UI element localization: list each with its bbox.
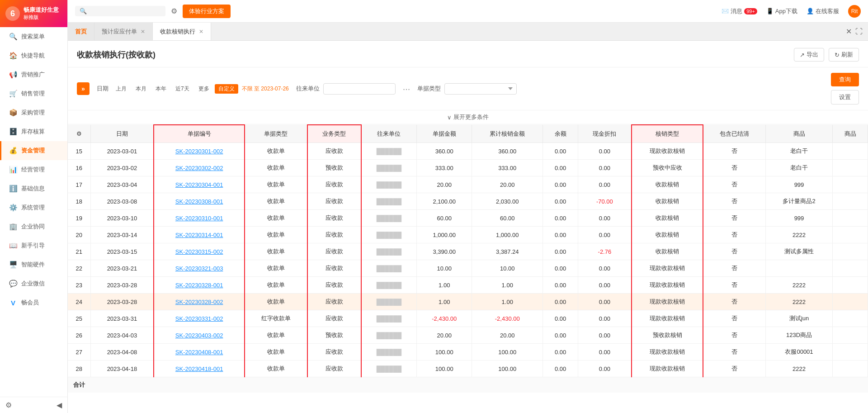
hardware-icon: 🖥️: [9, 261, 18, 269]
col-header-product2[interactable]: 商品: [833, 125, 868, 143]
col-header-doc-no[interactable]: 单据编号: [154, 125, 245, 143]
filter-settings-button[interactable]: 设置: [831, 90, 859, 104]
service-label: 在线客服: [816, 7, 839, 15]
filter-expand-button[interactable]: »: [77, 82, 90, 95]
service-icon: 👤: [807, 8, 814, 14]
sidebar-item-wechat[interactable]: 💬 企业微信: [0, 274, 67, 293]
message-icon: ✉️: [722, 8, 729, 14]
sidebar-item-inventory[interactable]: 🗄️ 库存核算: [0, 122, 67, 141]
sidebar-item-member[interactable]: V 畅会员: [0, 293, 67, 312]
sidebar-label-system: 系统管理: [21, 204, 45, 212]
table-row[interactable]: 262023-04-03SK-20230403-002收款单预收款██████2…: [68, 327, 868, 344]
sidebar-item-quick-nav[interactable]: 🏠 快捷导航: [0, 46, 67, 65]
table-row[interactable]: 192023-03-10SK-20230310-001收款单应收款██████6…: [68, 210, 868, 227]
export-button[interactable]: ↗ 导出: [794, 48, 824, 62]
topbar-search-box[interactable]: 🔍: [75, 6, 165, 16]
tab-receipt-close[interactable]: ✕: [199, 28, 203, 35]
tab-receipt-write-off[interactable]: 收款核销执行 ✕: [153, 23, 211, 40]
query-button[interactable]: 查询: [831, 73, 859, 86]
col-header-write-off-amount[interactable]: 累计核销金额: [472, 125, 543, 143]
date-this-year[interactable]: 本年: [152, 84, 170, 94]
tab-close-all-icon[interactable]: ✕: [846, 27, 852, 36]
table-row[interactable]: 252023-03-31SK-20230331-002红字收款单应收款█████…: [68, 310, 868, 327]
solution-button[interactable]: 体验行业方案: [183, 5, 231, 18]
date-7days[interactable]: 近7天: [172, 84, 193, 94]
message-badge: 99+: [744, 8, 757, 14]
sidebar-label-finance: 资金管理: [21, 147, 45, 155]
table-row[interactable]: 172023-03-04SK-20230304-001收款单应收款██████2…: [68, 176, 868, 193]
expand-more-button[interactable]: ∨ 展开更多条件: [447, 113, 489, 121]
col-header-balance[interactable]: 余额: [543, 125, 578, 143]
sidebar-collapse-icon[interactable]: ◀: [57, 401, 62, 409]
finance-icon: 💰: [9, 147, 18, 155]
sidebar-footer: ⚙ ◀: [0, 397, 67, 413]
sidebar-item-guide[interactable]: 📖 新手引导: [0, 236, 67, 255]
col-header-biz-type[interactable]: 业务类型: [307, 125, 361, 143]
table-row[interactable]: 242023-03-28SK-20230328-002收款单应收款██████1…: [68, 294, 868, 310]
col-header-amount[interactable]: 单据金额: [417, 125, 472, 143]
sidebar-label-wechat: 企业微信: [21, 280, 45, 288]
sidebar-item-search-menu[interactable]: 🔍 搜索菜单: [0, 27, 67, 46]
tab-payable[interactable]: 预计应应付单 ✕: [94, 23, 153, 40]
col-header-incl-settled[interactable]: 包含已结清: [703, 125, 765, 143]
partner-filter-input[interactable]: [323, 83, 396, 95]
col-header-doc-type[interactable]: 单据类型: [245, 125, 307, 143]
app-download-button[interactable]: 📱 App下载: [766, 7, 797, 15]
sidebar-item-operations[interactable]: 📊 经营管理: [0, 160, 67, 179]
service-button[interactable]: 👤 在线客服: [807, 7, 839, 15]
table-row[interactable]: 162023-03-02SK-20230302-002收款单预收款██████3…: [68, 160, 868, 176]
tabs-bar: 首页 预计应应付单 ✕ 收款核销执行 ✕ ✕ ⛶: [68, 23, 868, 41]
doctype-filter-select[interactable]: [444, 83, 517, 95]
sidebar-label-sales: 销售管理: [21, 90, 45, 98]
sidebar-item-enterprise[interactable]: 🏢 企业协同: [0, 217, 67, 236]
table-row[interactable]: 232023-03-28SK-20230328-001收款单应收款██████1…: [68, 277, 868, 294]
date-this-month[interactable]: 本月: [132, 84, 150, 94]
col-header-product[interactable]: 商品: [765, 125, 832, 143]
col-header-settings[interactable]: ⚙: [68, 125, 90, 143]
sidebar-item-system[interactable]: ⚙️ 系统管理: [0, 198, 67, 217]
refresh-button[interactable]: ↻ 刷新: [829, 48, 859, 62]
data-table: ⚙ 日期 单据编号 单据类型 业务类型 往来单位 单据金额 累计核销金额 余额 …: [68, 124, 868, 393]
table-row[interactable]: 152023-03-01SK-20230301-002收款单应收款██████3…: [68, 143, 868, 160]
topbar-search-input[interactable]: [89, 8, 152, 14]
sidebar-item-marketing[interactable]: 📢 营销推广: [0, 65, 67, 84]
date-custom[interactable]: 自定义: [215, 84, 238, 94]
filter-doctype-group: 单据类型: [417, 83, 517, 95]
col-header-partner[interactable]: 往来单位: [361, 125, 417, 143]
col-header-cash-discount[interactable]: 现金折扣: [578, 125, 632, 143]
tab-expand-icon[interactable]: ⛶: [855, 28, 863, 36]
sidebar-item-finance[interactable]: 💰 资金管理: [0, 141, 67, 160]
home-icon: 🏠: [9, 52, 18, 60]
col-header-write-off-type[interactable]: 核销类型: [632, 125, 703, 143]
table-row[interactable]: 222023-03-21SK-20230321-003收款单应收款██████1…: [68, 260, 868, 277]
table-row[interactable]: 282023-04-18SK-20230418-001收款单应收款██████1…: [68, 361, 868, 377]
table-row[interactable]: 272023-04-08SK-20230408-001收款单应收款██████1…: [68, 344, 868, 361]
date-more[interactable]: 更多: [195, 84, 213, 94]
sidebar-gear-icon[interactable]: ⚙: [5, 401, 12, 409]
sidebar-label-member: 畅会员: [21, 299, 39, 307]
sidebar-item-sales[interactable]: 🛒 销售管理: [0, 84, 67, 103]
col-header-date[interactable]: 日期: [90, 125, 154, 143]
message-button[interactable]: ✉️ 消息 99+: [722, 7, 757, 15]
table-row[interactable]: 212023-03-15SK-20230315-002收款单应收款██████3…: [68, 243, 868, 260]
page-header: 收款核销执行(按收款) ↗ 导出 ↻ 刷新: [68, 41, 868, 67]
table-row[interactable]: 182023-03-08SK-20230308-001收款单应收款██████2…: [68, 193, 868, 210]
data-table-container: ⚙ 日期 单据编号 单据类型 业务类型 往来单位 单据金额 累计核销金额 余额 …: [68, 124, 868, 393]
sidebar-item-purchase[interactable]: 📦 采购管理: [0, 103, 67, 122]
filter-ellipsis[interactable]: ···: [403, 84, 410, 94]
enterprise-icon: 🏢: [9, 223, 18, 231]
tab-home[interactable]: 首页: [68, 23, 94, 40]
sidebar-item-hardware[interactable]: 🖥️ 智能硬件: [0, 255, 67, 274]
filter-bar: » 日期 上月 本月 本年 近7天 更多 自定义 不限 至 2023-07-26: [68, 67, 868, 110]
date-range-display: 不限 至 2023-07-26: [242, 85, 289, 93]
date-last-month[interactable]: 上月: [112, 84, 130, 94]
sidebar-label-inventory: 库存核算: [21, 128, 45, 136]
table-row[interactable]: 202023-03-14SK-20230314-001收款单应收款██████1…: [68, 227, 868, 243]
topbar-gear-icon[interactable]: ⚙: [171, 7, 177, 15]
tab-payable-close[interactable]: ✕: [141, 28, 145, 35]
sidebar-item-basics[interactable]: ℹ️ 基础信息: [0, 179, 67, 198]
partner-filter-label: 往来单位: [296, 85, 320, 93]
basics-icon: ℹ️: [9, 185, 18, 193]
sidebar-label-operations: 经营管理: [21, 166, 45, 174]
user-avatar[interactable]: Rit: [848, 5, 861, 18]
